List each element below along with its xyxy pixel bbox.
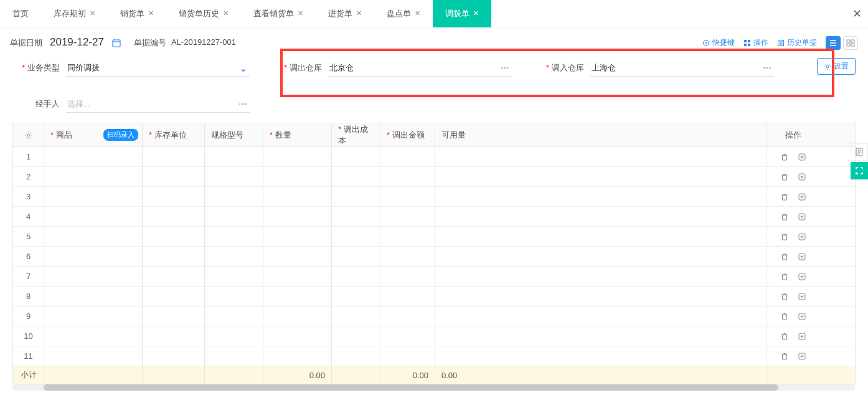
row-number: 7 <box>13 267 44 286</box>
avail-header: 可用量 <box>441 130 466 141</box>
row-number: 6 <box>13 247 44 266</box>
table-row[interactable]: 6 <box>13 247 855 267</box>
add-row-icon[interactable] <box>798 153 806 161</box>
tab-purchase[interactable]: 进货单✕ <box>316 0 374 27</box>
tab-stocktake[interactable]: 盘点单✕ <box>374 0 433 27</box>
row-number: 4 <box>13 207 44 226</box>
tab-view-sales[interactable]: 查看销货单✕ <box>241 0 316 27</box>
svg-rect-77 <box>783 335 787 340</box>
handler-select[interactable] <box>66 95 250 113</box>
delete-row-icon[interactable] <box>780 232 789 241</box>
svg-rect-0 <box>113 40 120 47</box>
more-icon[interactable]: ⋯ <box>238 99 247 109</box>
scan-badge[interactable]: 扫码录入 <box>103 129 138 141</box>
svg-rect-83 <box>783 355 787 359</box>
table-row[interactable]: 3 <box>13 187 855 207</box>
delete-row-icon[interactable] <box>780 193 789 201</box>
in-warehouse-select[interactable] <box>590 59 774 77</box>
add-row-icon[interactable] <box>798 352 806 361</box>
product-header: 商品 <box>50 130 72 141</box>
ops-button[interactable]: 操作 <box>743 37 768 48</box>
table-row[interactable]: 8 <box>13 287 855 307</box>
tab-inventory-init[interactable]: 库存期初✕ <box>41 0 108 27</box>
shortcut-button[interactable]: 快捷键 <box>702 37 735 48</box>
delete-row-icon[interactable] <box>780 173 789 181</box>
table-row[interactable]: 4 <box>13 207 855 227</box>
add-row-icon[interactable] <box>798 173 806 181</box>
close-icon[interactable]: ✕ <box>356 9 362 17</box>
table-row[interactable]: 5 <box>13 227 855 247</box>
row-number: 10 <box>13 326 44 346</box>
add-row-icon[interactable] <box>798 312 806 321</box>
delete-row-icon[interactable] <box>780 352 789 361</box>
add-row-icon[interactable] <box>798 193 806 201</box>
close-icon[interactable]: ✕ <box>473 9 479 17</box>
close-icon[interactable]: ✕ <box>415 9 420 17</box>
calendar-icon[interactable] <box>111 38 121 48</box>
side-note-button[interactable] <box>851 143 868 161</box>
add-row-icon[interactable] <box>798 232 806 241</box>
delete-row-icon[interactable] <box>780 212 789 221</box>
table-row[interactable]: 2 <box>13 167 855 187</box>
table-row[interactable]: 9 <box>13 307 855 326</box>
close-icon[interactable]: ✕ <box>298 9 303 17</box>
delete-row-icon[interactable] <box>780 312 789 321</box>
biz-type-select[interactable] <box>66 59 250 77</box>
svg-rect-19 <box>847 44 850 46</box>
more-icon[interactable]: ⋯ <box>501 63 509 73</box>
date-input[interactable]: 2019-12-27 <box>50 36 104 49</box>
table-row[interactable]: 10 <box>13 326 855 346</box>
svg-rect-35 <box>783 195 787 200</box>
delete-row-icon[interactable] <box>780 292 789 301</box>
table-row[interactable]: 1 <box>13 147 855 167</box>
row-number: 11 <box>13 346 44 366</box>
settings-button[interactable]: 设置 <box>817 58 856 75</box>
out-warehouse-label: 调出仓库 <box>275 62 328 74</box>
cost-header: 调出成本 <box>338 124 374 146</box>
svg-rect-41 <box>783 215 787 220</box>
gear-column[interactable] <box>13 123 44 146</box>
more-icon[interactable]: ⋯ <box>763 63 771 73</box>
tab-home[interactable]: 首页 <box>0 0 41 27</box>
chevron-down-icon[interactable]: ⌄ <box>239 62 247 74</box>
horizontal-scrollbar[interactable] <box>12 384 856 391</box>
tab-sales-history[interactable]: 销货单历史✕ <box>166 0 241 27</box>
delete-row-icon[interactable] <box>780 332 789 341</box>
tab-sales-order[interactable]: 销货单✕ <box>108 0 166 27</box>
spec-header: 规格型号 <box>211 130 243 141</box>
table-row[interactable]: 7 <box>13 267 855 287</box>
svg-rect-6 <box>744 40 747 42</box>
close-all-icon[interactable]: ✕ <box>852 7 862 21</box>
svg-rect-59 <box>783 275 787 280</box>
out-warehouse-select[interactable] <box>328 59 512 77</box>
add-row-icon[interactable] <box>798 212 806 221</box>
svg-rect-20 <box>851 44 854 46</box>
qty-header: 数量 <box>270 130 291 141</box>
add-row-icon[interactable] <box>798 252 806 261</box>
history-button[interactable]: 历史单据 <box>777 37 817 48</box>
list-view-button[interactable] <box>826 36 841 50</box>
close-icon[interactable]: ✕ <box>90 9 95 17</box>
svg-point-4 <box>704 40 709 45</box>
tab-transfer[interactable]: 调拨单✕ <box>433 0 491 27</box>
close-icon[interactable]: ✕ <box>223 9 229 17</box>
table-row[interactable]: 11 <box>13 346 855 366</box>
in-warehouse-label: 调入仓库 <box>537 62 590 74</box>
row-number: 8 <box>13 287 44 306</box>
subtotal-avail: 0.00 <box>435 366 767 384</box>
svg-rect-18 <box>851 40 854 42</box>
grid-view-button[interactable] <box>843 36 858 50</box>
row-number: 5 <box>13 227 44 246</box>
side-expand-button[interactable] <box>851 162 868 179</box>
delete-row-icon[interactable] <box>780 252 789 261</box>
delete-row-icon[interactable] <box>780 272 789 281</box>
add-row-icon[interactable] <box>798 272 806 281</box>
row-number: 3 <box>13 187 44 206</box>
svg-rect-8 <box>744 44 747 46</box>
add-row-icon[interactable] <box>798 332 806 341</box>
close-icon[interactable]: ✕ <box>148 9 154 17</box>
delete-row-icon[interactable] <box>780 153 789 161</box>
add-row-icon[interactable] <box>798 292 806 301</box>
date-label: 单据日期 <box>10 37 42 49</box>
svg-rect-17 <box>847 40 850 42</box>
